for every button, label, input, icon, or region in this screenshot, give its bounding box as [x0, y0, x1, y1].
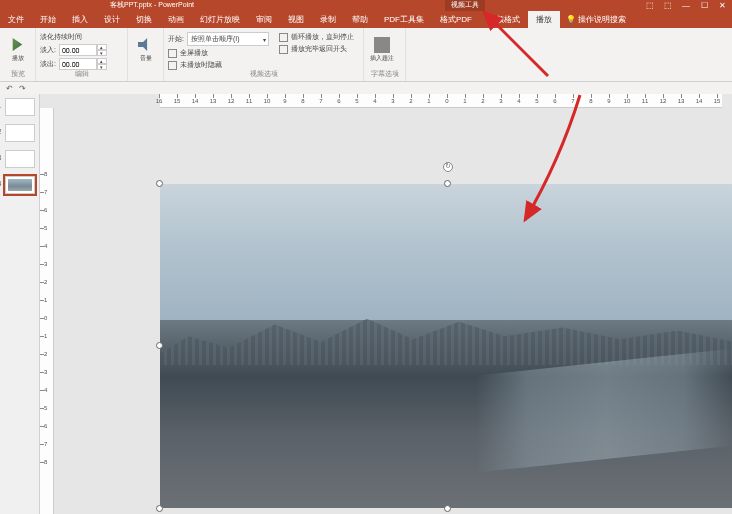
tab-7[interactable]: 审阅 — [248, 11, 280, 28]
resize-handle-tl[interactable] — [156, 180, 163, 187]
tab-5[interactable]: 动画 — [160, 11, 192, 28]
spin-down-icon[interactable]: ▾ — [97, 50, 107, 56]
volume-icon — [138, 37, 154, 53]
resize-handle-ml[interactable] — [156, 342, 163, 349]
tell-me-search[interactable]: 💡 操作说明搜索 — [566, 14, 626, 25]
rotate-handle[interactable] — [443, 162, 453, 172]
slide-thumb-1[interactable]: 1 — [5, 98, 35, 116]
ribbon-options-icon[interactable]: ⬚ — [663, 1, 673, 10]
vertical-ruler: 87654321012345678 — [40, 108, 54, 514]
fade-title: 淡化持续时间 — [40, 32, 107, 42]
insert-caption-button[interactable]: 插入题注 — [368, 30, 396, 68]
horizontal-ruler: 1615141312111098765432101234567891011121… — [160, 94, 722, 108]
fade-in-spinner[interactable]: ▴▾ — [59, 44, 107, 56]
tab-2[interactable]: 插入 — [64, 11, 96, 28]
caption-icon — [374, 37, 390, 53]
fade-out-label: 淡出: — [40, 59, 56, 69]
ribbon-group-volume: 音量 — [128, 28, 164, 81]
play-icon — [10, 37, 26, 53]
fade-in-input[interactable] — [59, 44, 97, 56]
thumb-number: 2 — [0, 128, 1, 135]
loop-label: 循环播放，直到停止 — [291, 32, 354, 42]
loop-checkbox[interactable] — [279, 33, 288, 42]
account-icon[interactable]: ⬚ — [645, 1, 655, 10]
ribbon-tab-bar: 文件开始插入设计切换动画幻灯片放映审阅视图录制帮助PDF工具集格式PDF视频格式… — [0, 10, 732, 28]
tab-4[interactable]: 切换 — [128, 11, 160, 28]
tab-12[interactable]: 格式PDF — [432, 11, 480, 28]
workspace: 1234 16151413121110987654321012345678910… — [0, 94, 732, 514]
fade-in-label: 淡入: — [40, 45, 56, 55]
resize-handle-mt[interactable] — [444, 180, 451, 187]
window-controls: ⬚ ⬚ — ☐ ✕ — [645, 1, 727, 10]
tab-6[interactable]: 幻灯片放映 — [192, 11, 248, 28]
tab-14[interactable]: 播放 — [528, 11, 560, 28]
document-title: 客栈PPT.pptx - PowerPoint — [110, 0, 194, 10]
group-label-edit: 编辑 — [36, 69, 127, 79]
ribbon-group-edit: 淡化持续时间 淡入: ▴▾ 淡出: ▴▾ 编辑 — [36, 28, 128, 81]
tab-11[interactable]: PDF工具集 — [376, 11, 432, 28]
tab-13[interactable]: 视频格式 — [480, 11, 528, 28]
thumb-number: 1 — [0, 102, 1, 109]
undo-icon[interactable]: ↶ — [6, 84, 13, 93]
play-button[interactable]: 播放 — [4, 30, 31, 68]
slide-thumb-4[interactable]: 4 — [5, 176, 35, 194]
volume-button[interactable]: 音量 — [132, 30, 159, 68]
title-bar: 客栈PPT.pptx - PowerPoint 视频工具 ⬚ ⬚ — ☐ ✕ — [0, 0, 732, 10]
quick-access-row: ↶ ↷ — [0, 82, 732, 94]
tab-1[interactable]: 开始 — [32, 11, 64, 28]
rewind-label: 播放完毕返回开头 — [291, 44, 347, 54]
resize-handle-mb[interactable] — [444, 505, 451, 512]
ribbon-group-video-options: 开始: 按照单击顺序(I) 全屏播放 未播放时隐藏 循环播放，直到停止 — [164, 28, 364, 81]
rewind-checkbox[interactable] — [279, 45, 288, 54]
ribbon-group-caption: 插入题注 字幕选项 — [364, 28, 406, 81]
ribbon-group-preview: 播放 预览 — [0, 28, 36, 81]
ribbon: 播放 预览 淡化持续时间 淡入: ▴▾ 淡出: ▴▾ — [0, 28, 732, 82]
tab-10[interactable]: 帮助 — [344, 11, 376, 28]
video-frame-content — [160, 184, 732, 508]
slide-thumb-3[interactable]: 3 — [5, 150, 35, 168]
resize-handle-bl[interactable] — [156, 505, 163, 512]
slide-thumbnail-pane[interactable]: 1234 — [0, 94, 40, 514]
tab-3[interactable]: 设计 — [96, 11, 128, 28]
tab-9[interactable]: 录制 — [312, 11, 344, 28]
group-label-preview: 预览 — [0, 69, 35, 79]
fullscreen-checkbox[interactable] — [168, 49, 177, 58]
thumb-number: 4 — [0, 180, 1, 187]
contextual-tab-label: 视频工具 — [445, 0, 485, 11]
video-object[interactable] — [160, 184, 732, 508]
maximize-button[interactable]: ☐ — [699, 1, 709, 10]
start-dropdown[interactable]: 按照单击顺序(I) — [187, 32, 269, 46]
minimize-button[interactable]: — — [681, 1, 691, 10]
close-button[interactable]: ✕ — [717, 1, 727, 10]
start-label: 开始: — [168, 34, 184, 44]
group-label-video-options: 视频选项 — [164, 69, 363, 79]
tab-8[interactable]: 视图 — [280, 11, 312, 28]
slide-canvas-area[interactable]: 1615141312111098765432101234567891011121… — [40, 94, 732, 514]
slide-thumb-2[interactable]: 2 — [5, 124, 35, 142]
fullscreen-label: 全屏播放 — [180, 48, 208, 58]
tab-0[interactable]: 文件 — [0, 11, 32, 28]
thumb-number: 3 — [0, 154, 1, 161]
redo-icon[interactable]: ↷ — [19, 84, 26, 93]
group-label-caption: 字幕选项 — [364, 69, 405, 79]
